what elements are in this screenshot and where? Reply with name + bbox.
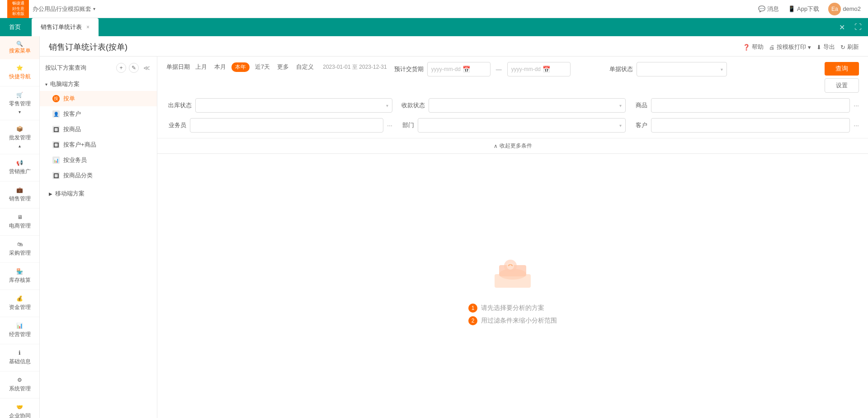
scheme-by-cust-prod-label: 按客户+商品	[63, 141, 96, 149]
order-status-select[interactable]: ▾	[637, 62, 727, 76]
scheme-collapse-btn[interactable]: ≪	[142, 63, 151, 73]
tab-home[interactable]: 首页	[0, 18, 30, 36]
filter-row-2: 出库状态 ▾ 收款状态 ▾	[166, 98, 859, 113]
filter-section: 单据日期 上月 本月 本年 近7天 更多 自定义 2023-01-01 至 20…	[157, 57, 868, 154]
settings-button[interactable]: 设置	[825, 78, 859, 93]
date-tab-last-month[interactable]: 上月	[193, 62, 209, 72]
pc-section-arrow: ▾	[45, 82, 47, 87]
sidebar-item-inventory[interactable]: 🏪 库存核算	[0, 263, 39, 290]
date-tab-this-month[interactable]: 本月	[212, 62, 228, 72]
inventory-icon: 🏪	[16, 268, 23, 275]
payment-status-select[interactable]: ▾	[429, 98, 626, 113]
download-label: App下载	[797, 5, 819, 13]
date-tab-this-year[interactable]: 本年	[231, 62, 250, 72]
tab-close-all-btn[interactable]: ✕	[835, 21, 848, 33]
tab-home-label: 首页	[9, 23, 21, 31]
sidebar-item-retail[interactable]: 🛒 零售管理 ▾	[0, 86, 39, 120]
logo-text: 畅捷通好生意标准版	[12, 1, 24, 17]
scheme-by-customer-product[interactable]: 🔲 按客户+商品	[40, 137, 157, 152]
sidebar-item-sales[interactable]: 💼 销售管理	[0, 181, 39, 209]
sidebar-item-enterprise[interactable]: 🤝 企业协同	[0, 399, 39, 418]
user-btn[interactable]: Ea demo2	[828, 3, 861, 15]
export-label: 导出	[823, 43, 835, 51]
pc-scheme-section: ▾ 电脑端方案 按 按单 👤 按客户 🔲 按商品	[40, 76, 157, 185]
scheme-by-product[interactable]: 🔲 按商品	[40, 122, 157, 137]
product-more-btn[interactable]: ···	[854, 102, 859, 109]
sidebar-item-basic[interactable]: ℹ 基础信息	[0, 344, 39, 371]
date-tab-custom[interactable]: 自定义	[294, 62, 316, 72]
help-btn[interactable]: ❓ 帮助	[743, 43, 764, 51]
scheme-by-salesman[interactable]: 📊 按业务员	[40, 152, 157, 168]
sidebar-search[interactable]: 🔍 搜索菜单	[0, 36, 39, 59]
date-filter-group: 单据日期 上月 本月 本年 近7天 更多 自定义 2023-01-01 至 20…	[166, 62, 387, 72]
download-btn[interactable]: 📱 App下载	[788, 5, 819, 13]
product-input[interactable]	[651, 98, 850, 113]
customer-label: 客户	[633, 121, 647, 129]
sidebar-item-wholesale[interactable]: 📦 批发管理 ▴	[0, 120, 39, 154]
expected-date-start[interactable]: yyyy-mm-dd 📅	[427, 62, 491, 76]
page-title-row: 销售订单统计表(按单) ❓ 帮助 🖨 按模板打印 ▾ ⬇ 导出	[49, 42, 859, 52]
salesman-input[interactable]	[190, 118, 383, 133]
sidebar-retail-label: 零售管理	[9, 100, 31, 108]
tab-close-icon[interactable]: ×	[86, 24, 90, 30]
print-icon: 🖨	[769, 44, 775, 51]
sidebar-item-purchase[interactable]: 🛍 采购管理	[0, 236, 39, 263]
sidebar-item-marketing[interactable]: 📢 营销推广	[0, 154, 39, 181]
date-tab-7days[interactable]: 近7天	[253, 62, 272, 72]
sidebar-quick-nav-label: 快捷导航	[9, 73, 31, 81]
sidebar-item-ecommerce[interactable]: 🖥 电商管理	[0, 209, 39, 236]
sidebar-item-finance[interactable]: 💰 资金管理	[0, 290, 39, 317]
message-btn[interactable]: 💬 消息	[758, 5, 779, 13]
collapse-label: 收起更多条件	[500, 142, 532, 150]
mobile-section-header[interactable]: ▶ 移动端方案	[40, 187, 157, 200]
sidebar-item-system[interactable]: ⚙ 系统管理	[0, 371, 39, 399]
date-tab-more[interactable]: 更多	[275, 62, 291, 72]
expected-date-group: 预计交货期 yyyy-mm-dd 📅 — yyyy-mm-dd 📅	[394, 62, 602, 76]
scheme-add-btn[interactable]: +	[116, 63, 126, 73]
export-btn[interactable]: ⬇ 导出	[816, 43, 835, 51]
template-print-label: 按模板打印	[777, 43, 806, 51]
finance-icon: 💰	[16, 295, 23, 302]
salesman-more-btn[interactable]: ···	[387, 122, 392, 129]
main-layout: 🔍 搜索菜单 ⭐ 快捷导航 🛒 零售管理 ▾ 📦 批发管理 ▴ 📢 营销推广 💼…	[0, 36, 868, 418]
template-print-btn[interactable]: 🖨 按模板打印 ▾	[769, 43, 811, 51]
sidebar-item-operations[interactable]: 📊 经营管理	[0, 317, 39, 344]
customer-more-btn[interactable]: ···	[854, 122, 859, 129]
app-selector[interactable]: 办公用品行业模拟账套 ▾	[33, 5, 95, 13]
dept-select[interactable]: ▾	[418, 118, 626, 133]
pc-section-header[interactable]: ▾ 电脑端方案	[40, 77, 157, 91]
filter-inner: 单据日期 上月 本月 本年 近7天 更多 自定义 2023-01-01 至 20…	[157, 57, 868, 138]
query-button[interactable]: 查询	[825, 62, 859, 76]
scheme-edit-btn[interactable]: ✎	[129, 63, 139, 73]
scheme-by-order[interactable]: 按 按单	[40, 91, 157, 106]
sidebar-operations-label: 经营管理	[9, 331, 31, 338]
tab-sales-stats[interactable]: 销售订单统计表 ×	[32, 18, 99, 36]
enterprise-icon: 🤝	[16, 404, 23, 410]
tab-expand-btn[interactable]: ⛶	[852, 21, 864, 33]
delivery-status-select[interactable]: ▾	[195, 98, 392, 113]
pc-section-label: 电脑端方案	[50, 80, 80, 88]
svg-point-6	[511, 264, 513, 266]
message-label: 消息	[767, 5, 779, 13]
refresh-label: 刷新	[847, 43, 859, 51]
collapse-filter-btn[interactable]: ∧ 收起更多条件	[157, 138, 868, 153]
empty-state: 1 请先选择要分析的方案 2 用过滤条件来缩小分析范围	[157, 154, 868, 418]
filter-row-3: 业务员 ··· 部门 ▾	[166, 118, 859, 133]
scheme-panel: 按以下方案查询 + ✎ ≪ ▾ 电脑端方案 按 按单	[40, 57, 157, 418]
sidebar-quick-nav[interactable]: ⭐ 快捷导航	[0, 59, 39, 86]
expected-date-end[interactable]: yyyy-mm-dd 📅	[507, 62, 571, 76]
date-range-display: 2023-01-01 至 2023-12-31	[323, 63, 387, 71]
customer-input[interactable]	[651, 118, 850, 133]
tab-active-label: 销售订单统计表	[41, 23, 82, 31]
scheme-by-category[interactable]: 🔲 按商品分类	[40, 168, 157, 183]
chevron-down-icon: ▾	[19, 109, 21, 114]
operations-icon: 📊	[16, 323, 23, 329]
scheme-by-customer[interactable]: 👤 按客户	[40, 106, 157, 122]
payment-status-group: 收款状态 ▾	[400, 98, 626, 113]
scheme-by-category-icon: 🔲	[52, 172, 60, 179]
help-label: 帮助	[752, 43, 764, 51]
refresh-btn[interactable]: ↻ 刷新	[840, 43, 859, 51]
avatar: Ea	[828, 3, 841, 15]
app-selector-label: 办公用品行业模拟账套	[33, 5, 91, 13]
expected-date-label: 预计交货期	[394, 65, 424, 73]
